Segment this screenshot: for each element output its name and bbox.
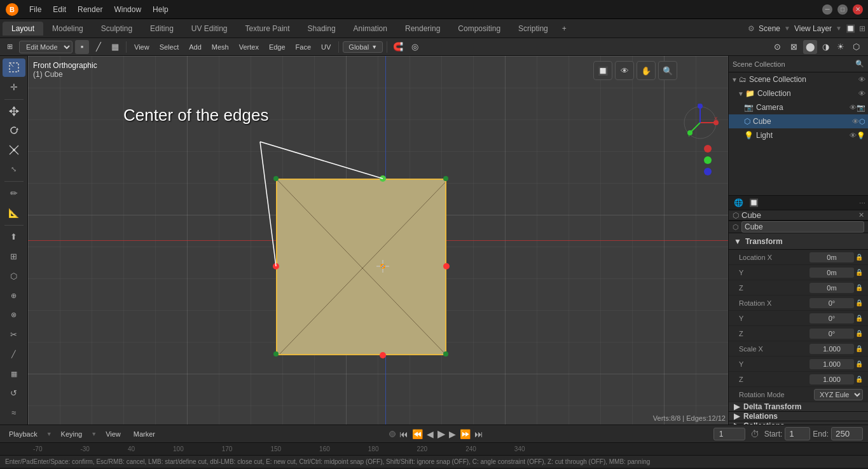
bisect-tool[interactable]: ╱ bbox=[3, 345, 25, 364]
poly-build-tool[interactable]: ▦ bbox=[3, 365, 25, 383]
prop-icon-scene[interactable]: 🌐 bbox=[731, 196, 745, 210]
wireframe-shading-btn[interactable]: ⬡ bbox=[849, 40, 863, 54]
bevel-tool[interactable]: ⬡ bbox=[3, 267, 25, 285]
transform-tool[interactable]: ⤡ bbox=[3, 161, 25, 179]
vertex-top-left[interactable] bbox=[273, 176, 279, 181]
light-eye-icon[interactable]: 👁 bbox=[850, 132, 857, 139]
outliner-item-scene-collection[interactable]: ▼ 🗂 Scene Collection 👁 bbox=[729, 72, 868, 86]
scale-z-lock[interactable]: 🔒 bbox=[855, 376, 863, 383]
uv-menu[interactable]: UV bbox=[317, 42, 334, 52]
outliner-item-collection[interactable]: ▼ 📁 Collection 👁 bbox=[729, 86, 868, 100]
editor-type-button[interactable]: ⊞ bbox=[3, 40, 17, 54]
view-camera-btn[interactable]: 🔲 bbox=[593, 61, 612, 80]
rotation-z-value[interactable]: 0° bbox=[809, 329, 854, 339]
rotation-y-lock[interactable]: 🔒 bbox=[855, 315, 863, 322]
prop-icon-renderlayer[interactable]: 🔲 bbox=[747, 196, 761, 210]
tab-sculpting[interactable]: Sculpting bbox=[92, 22, 141, 36]
edge-menu[interactable]: Edge bbox=[265, 42, 289, 52]
outliner-item-camera[interactable]: 📷 Camera 👁 📷 bbox=[729, 100, 868, 114]
prev-frame-btn[interactable]: ◀ bbox=[427, 429, 434, 439]
scale-x-value[interactable]: 1.000 bbox=[809, 344, 854, 354]
mode-select[interactable]: Edit Mode bbox=[19, 41, 72, 53]
menu-window[interactable]: Window bbox=[109, 4, 146, 15]
loop-cut-tool[interactable]: ⊕ bbox=[3, 287, 25, 305]
vertex-bottom-left[interactable] bbox=[273, 351, 279, 357]
vertex-top-right[interactable] bbox=[443, 176, 448, 181]
object-name-input[interactable] bbox=[741, 221, 864, 233]
rotate-tool[interactable] bbox=[3, 121, 25, 140]
annotate-tool[interactable]: ✏ bbox=[3, 184, 25, 203]
camera-eye-icon[interactable]: 👁 bbox=[850, 104, 857, 111]
view-layer-selector[interactable]: View Layer bbox=[794, 24, 832, 33]
outliner-filter-btn[interactable]: 🔍 bbox=[855, 60, 864, 68]
view-timeline-menu[interactable]: View bbox=[102, 429, 125, 439]
keying-menu[interactable]: Keying bbox=[57, 429, 86, 439]
add-menu[interactable]: Add bbox=[185, 42, 205, 52]
light-render-icon[interactable]: 💡 bbox=[857, 132, 865, 140]
current-frame-input[interactable] bbox=[713, 428, 745, 440]
location-x-lock[interactable]: 🔒 bbox=[855, 254, 863, 261]
menu-render[interactable]: Render bbox=[72, 4, 107, 15]
scale-y-lock[interactable]: 🔒 bbox=[855, 360, 863, 367]
rendered-shading-btn[interactable]: ☀ bbox=[834, 40, 848, 54]
tab-layout[interactable]: Layout bbox=[3, 22, 43, 36]
location-z-lock[interactable]: 🔒 bbox=[855, 284, 863, 291]
scene-selector[interactable]: Scene bbox=[759, 24, 780, 33]
cursor-tool[interactable]: ✛ bbox=[3, 78, 25, 97]
minimize-button[interactable]: ─ bbox=[822, 4, 832, 15]
overlay-btn[interactable]: ⊙ bbox=[770, 40, 784, 54]
edge-mode-btn[interactable]: ╱ bbox=[92, 40, 106, 54]
face-menu[interactable]: Face bbox=[292, 42, 315, 52]
vertex-bottom-right[interactable] bbox=[443, 351, 448, 357]
spin-tool[interactable]: ↺ bbox=[3, 384, 25, 402]
view-hand-btn[interactable]: ✋ bbox=[637, 61, 656, 80]
vertex-bottom-mid[interactable] bbox=[380, 352, 386, 358]
location-y-value[interactable]: 0m bbox=[809, 268, 854, 278]
first-frame-btn[interactable]: ⏮ bbox=[399, 429, 408, 439]
vertex-right-mid[interactable] bbox=[443, 263, 450, 269]
move-tool[interactable] bbox=[3, 102, 25, 120]
scale-x-lock[interactable]: 🔒 bbox=[855, 345, 863, 352]
cube-render-icon[interactable]: ⬡ bbox=[859, 118, 865, 126]
scale-tool[interactable] bbox=[3, 141, 25, 160]
mesh-menu[interactable]: Mesh bbox=[208, 42, 233, 52]
select-menu[interactable]: Select bbox=[156, 42, 183, 52]
view-zoom-btn[interactable]: 🔍 bbox=[658, 61, 677, 80]
transform-section-header[interactable]: ▼ Transform bbox=[729, 233, 868, 250]
relations-header[interactable]: ▶ Relations bbox=[729, 412, 868, 421]
vertex-menu[interactable]: Vertex bbox=[235, 42, 263, 52]
inset-tool[interactable]: ⊞ bbox=[3, 247, 25, 266]
props-collapse-icon[interactable]: ⋯ bbox=[859, 200, 865, 207]
tab-animation[interactable]: Animation bbox=[345, 22, 396, 36]
vertex-top-mid[interactable] bbox=[380, 175, 386, 182]
play-btn[interactable]: ▶ bbox=[437, 428, 445, 440]
camera-render-icon[interactable]: 📷 bbox=[857, 104, 865, 112]
tab-modeling[interactable]: Modeling bbox=[43, 22, 92, 36]
location-y-lock[interactable]: 🔒 bbox=[855, 269, 863, 276]
solid-shading-btn[interactable]: ⬤ bbox=[803, 40, 817, 54]
xray-btn[interactable]: ⊠ bbox=[787, 40, 801, 54]
prev-keyframe-btn[interactable]: ⏪ bbox=[412, 429, 423, 439]
view-menu[interactable]: View bbox=[130, 42, 153, 52]
collections-header[interactable]: ▶ Collections bbox=[729, 421, 868, 425]
viewport[interactable]: Front Orthographic (1) Cube bbox=[28, 56, 728, 425]
rotation-x-value[interactable]: 0° bbox=[809, 298, 854, 308]
face-mode-btn[interactable]: ▦ bbox=[108, 40, 122, 54]
vertex-mode-btn[interactable]: ▪ bbox=[75, 40, 89, 54]
select-box-tool[interactable] bbox=[3, 58, 25, 77]
knife-tool[interactable]: ✂ bbox=[3, 325, 25, 344]
tab-shading[interactable]: Shading bbox=[299, 22, 345, 36]
cube-mesh[interactable] bbox=[276, 179, 446, 355]
material-shading-btn[interactable]: ◑ bbox=[818, 40, 832, 54]
marker-menu[interactable]: Marker bbox=[130, 429, 159, 439]
menu-file[interactable]: File bbox=[24, 4, 46, 15]
next-frame-btn[interactable]: ▶ bbox=[449, 429, 456, 439]
close-button[interactable]: ✕ bbox=[853, 4, 863, 15]
delta-transform-header[interactable]: ▶ Delta Transform bbox=[729, 402, 868, 412]
add-workspace-button[interactable]: + bbox=[557, 22, 572, 36]
view-render-btn[interactable]: 👁 bbox=[615, 61, 634, 80]
tab-texture-paint[interactable]: Texture Paint bbox=[237, 22, 299, 36]
maximize-button[interactable]: □ bbox=[837, 4, 848, 15]
transform-space[interactable]: Global ▼ bbox=[343, 41, 383, 53]
rotation-x-lock[interactable]: 🔒 bbox=[855, 299, 863, 306]
